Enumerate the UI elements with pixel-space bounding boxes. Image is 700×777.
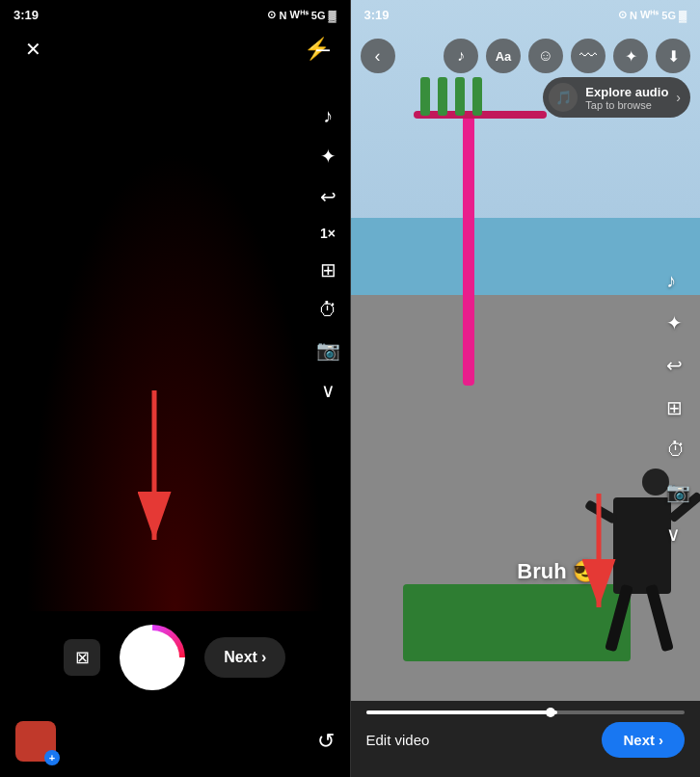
editor-side-icons: ♪ ✦ ↩ ⊞ ⏱ 📷 ∨ — [666, 270, 690, 546]
timeline-progress — [366, 710, 557, 714]
bruh-text-overlay: Bruh 😎 — [517, 559, 598, 584]
text-button[interactable]: Aa — [486, 39, 521, 73]
draw-button[interactable]: 〰 — [571, 39, 606, 73]
explore-audio-title: Explore audio — [585, 85, 668, 99]
next-button[interactable]: Next › — [204, 637, 285, 678]
close-button[interactable]: ✕ — [15, 32, 50, 67]
edit-video-button[interactable]: Edit video — [366, 732, 430, 748]
next-arrow-icon: › — [261, 649, 266, 666]
camera-bottom-bar: ⊠ Next › — [0, 611, 350, 713]
editor-timer-icon[interactable]: ⏱ — [666, 439, 690, 461]
left-camera-panel: 3:19 ⊙ N Wᴴˢ 5G ▓ ✕ ⚡̶ ♪ ✦ ↩ 1× ⊞ ⏱ 📷 ∨ — [0, 0, 350, 777]
camera-switch-icon[interactable]: 📷 — [316, 337, 340, 361]
editor-bottom-bar: Edit video Next › — [351, 701, 701, 777]
timeline-scrubber[interactable] — [546, 708, 555, 717]
music-icon[interactable]: ♪ — [323, 104, 333, 126]
back-button[interactable]: ‹ — [361, 39, 395, 73]
delete-button[interactable]: ⊠ — [64, 639, 100, 676]
explore-audio-subtitle: Tap to browse — [585, 99, 668, 111]
explore-audio-chevron: › — [676, 90, 681, 105]
gallery-thumbnail[interactable]: + — [15, 721, 56, 762]
editor-bottom-actions: Edit video Next › — [366, 722, 686, 758]
editor-next-arrow-icon: › — [659, 732, 663, 748]
gallery-add-icon: + — [44, 750, 60, 765]
audio-avatar: 🎵 — [549, 83, 578, 112]
left-status-bar: 3:19 ⊙ N Wᴴˢ 5G ▓ — [0, 0, 350, 26]
editor-next-button[interactable]: Next › — [602, 722, 685, 758]
editor-toolbar: ‹ ♪ Aa ☺ 〰 ✦ ⬇ — [351, 33, 701, 79]
editor-undo-icon[interactable]: ↩ — [666, 354, 690, 377]
music-button[interactable]: ♪ — [444, 39, 478, 73]
editor-more-icon[interactable]: ∨ — [666, 522, 690, 546]
effects-icon[interactable]: ✦ — [320, 144, 337, 167]
exercise-mat — [403, 584, 631, 661]
left-time: 3:19 — [13, 8, 39, 22]
camera-sidebar: ♪ ✦ ↩ 1× ⊞ ⏱ 📷 ∨ — [316, 104, 340, 401]
arrow-indicator-left — [96, 381, 212, 558]
hanging-elements — [420, 77, 482, 116]
camera-footer: + ↺ — [0, 713, 350, 777]
camera-viewfinder: ♪ ✦ ↩ 1× ⊞ ⏱ 📷 ∨ — [0, 72, 350, 611]
explore-audio-text: Explore audio Tap to browse — [585, 85, 668, 111]
record-button[interactable] — [120, 625, 185, 690]
undo-icon[interactable]: ↩ — [320, 184, 337, 207]
next-label: Next — [224, 649, 257, 666]
editor-sparkle-icon[interactable]: ✦ — [666, 311, 690, 335]
right-status-icons: ⊙ N Wᴴˢ 5G ▓ — [618, 9, 687, 21]
flip-camera-button[interactable]: ↺ — [317, 729, 335, 754]
right-status-bar: 3:19 ⊙ N Wᴴˢ 5G ▓ — [351, 0, 701, 26]
editor-next-label: Next — [623, 732, 655, 748]
transform-button[interactable]: ✦ — [613, 39, 648, 73]
timer-icon[interactable]: ⏱ — [318, 298, 337, 320]
download-button[interactable]: ⬇ — [656, 39, 690, 73]
editor-layout-icon[interactable]: ⊞ — [666, 396, 690, 419]
flash-button[interactable]: ⚡̶ — [300, 32, 335, 67]
speed-badge[interactable]: 1× — [320, 225, 336, 240]
record-button-inner — [125, 630, 179, 684]
emoji-button[interactable]: ☺ — [528, 39, 563, 73]
equipment-bar — [463, 116, 474, 386]
person-figure — [613, 469, 671, 652]
editor-music-icon[interactable]: ♪ — [666, 270, 690, 292]
left-status-icons: ⊙ N Wᴴˢ 5G ▓ — [267, 9, 336, 21]
more-icon[interactable]: ∨ — [321, 378, 336, 401]
right-editor-panel: 3:19 ⊙ N Wᴴˢ 5G ▓ ‹ ♪ Aa ☺ 〰 ✦ ⬇ 🎵 Explo… — [351, 0, 701, 777]
editor-camera-icon[interactable]: 📷 — [666, 480, 690, 503]
layout-icon[interactable]: ⊞ — [320, 257, 337, 281]
right-time: 3:19 — [364, 8, 390, 22]
video-timeline[interactable] — [366, 710, 686, 714]
explore-audio-banner[interactable]: 🎵 Explore audio Tap to browse › — [543, 77, 690, 118]
left-top-controls: ✕ ⚡̶ — [0, 26, 350, 72]
